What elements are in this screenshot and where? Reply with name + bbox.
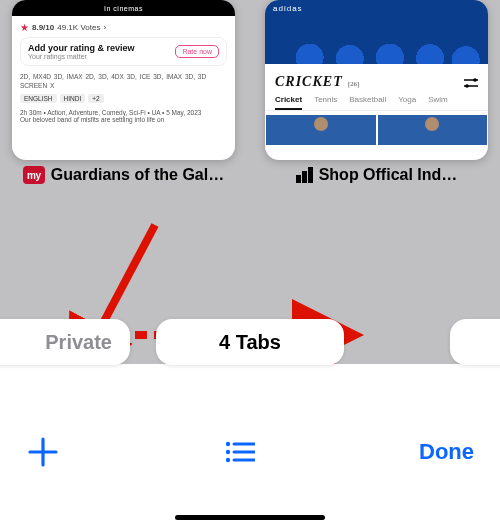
product-strip <box>265 115 488 145</box>
movie-description: Our beloved band of misfits are settling… <box>20 116 227 123</box>
language-chip: ENGLISH <box>20 94 57 103</box>
tab-list-button[interactable] <box>225 441 255 463</box>
category-heading: CRICKET <box>275 74 343 90</box>
svg-point-6 <box>225 442 229 446</box>
tab-group-next[interactable] <box>450 319 500 365</box>
category-title: CRICKET [26] <box>265 64 488 92</box>
tab-title-text: Guardians of the Gal… <box>51 166 224 184</box>
movie-meta: 2h 30m • Action, Adventure, Comedy, Sci-… <box>20 109 227 116</box>
svg-point-10 <box>225 458 229 462</box>
tab-thumbnail: adidas CRICKET [26] Cricket Tennis Baske… <box>265 0 488 190</box>
home-indicator[interactable] <box>175 515 325 520</box>
adidas-icon <box>296 167 313 183</box>
svg-point-3 <box>465 84 469 88</box>
chevron-right-icon: › <box>103 23 106 32</box>
safari-toolbar: Done <box>0 424 500 480</box>
tab-group-label: Private <box>45 331 112 354</box>
tab-thumbnail: In cinemas ★ 8.9/10 49.1K Votes › Add yo… <box>12 0 235 190</box>
tab-title[interactable]: my Guardians of the Gal… <box>23 166 224 184</box>
rating-row: ★ 8.9/10 49.1K Votes › <box>20 22 227 33</box>
language-chip: HINDI <box>60 94 86 103</box>
vote-count: 49.1K Votes <box>57 23 100 32</box>
bottom-bar: Private 4 Tabs Done <box>0 364 500 530</box>
category-tab[interactable]: Yoga <box>398 95 416 110</box>
tab-title-text: Shop Offical Ind… <box>319 166 458 184</box>
category-tabs: Cricket Tennis Basketball Yoga Swim <box>265 92 488 111</box>
category-tab[interactable]: Cricket <box>275 95 302 110</box>
category-tab[interactable]: Swim <box>428 95 448 110</box>
svg-point-8 <box>225 450 229 454</box>
rating-score: 8.9/10 <box>32 23 54 32</box>
svg-point-1 <box>473 78 477 82</box>
bookmyshow-icon: my <box>23 166 45 184</box>
tab-title[interactable]: Shop Offical Ind… <box>296 166 458 184</box>
filter-icon[interactable] <box>464 78 478 88</box>
review-sub: Your ratings matter <box>28 53 135 60</box>
rate-now-button[interactable]: Rate now <box>175 45 219 58</box>
review-heading: Add your rating & review <box>28 43 135 53</box>
review-card: Add your rating & review Your ratings ma… <box>20 37 227 66</box>
in-cinemas-badge: In cinemas <box>12 0 235 16</box>
category-tab[interactable]: Tennis <box>314 95 337 110</box>
tab-group-selector[interactable]: Private 4 Tabs <box>0 316 500 368</box>
tab-thumbnails: In cinemas ★ 8.9/10 49.1K Votes › Add yo… <box>0 0 500 190</box>
star-icon: ★ <box>20 22 29 33</box>
tab-preview-adidas[interactable]: adidas CRICKET [26] Cricket Tennis Baske… <box>265 0 488 160</box>
tab-group-active[interactable]: 4 Tabs <box>156 319 344 365</box>
adidas-label: adidas <box>273 4 303 13</box>
formats-text: 2D, MX4D 3D, IMAX 2D, 3D, 4DX 3D, ICE 3D… <box>20 72 227 90</box>
hero-image: adidas <box>265 0 488 64</box>
done-button[interactable]: Done <box>419 439 474 465</box>
category-count: [26] <box>348 80 360 88</box>
tab-group-label: 4 Tabs <box>219 331 281 354</box>
tab-group-private[interactable]: Private <box>0 319 130 365</box>
language-chip: +2 <box>88 94 103 103</box>
tab-preview-bookmyshow[interactable]: In cinemas ★ 8.9/10 49.1K Votes › Add yo… <box>12 0 235 160</box>
language-chips: ENGLISH HINDI +2 <box>20 94 227 103</box>
category-tab[interactable]: Basketball <box>349 95 386 110</box>
new-tab-button[interactable] <box>26 435 60 469</box>
